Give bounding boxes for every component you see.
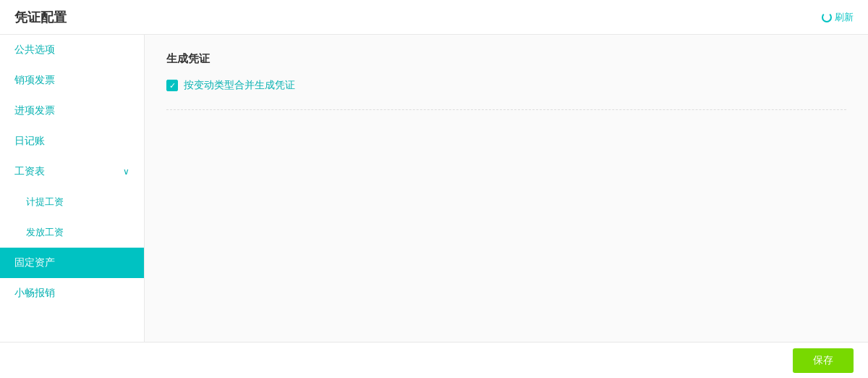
checkbox-label: 按变动类型合并生成凭证 xyxy=(184,79,295,92)
header: 凭证配置 刷新 xyxy=(0,0,868,35)
sidebar-item-label: 进项发票 xyxy=(14,104,55,117)
sidebar-item-label: 固定资产 xyxy=(14,256,55,269)
save-button[interactable]: 保存 xyxy=(793,348,854,373)
sidebar-item-label: 公共选项 xyxy=(14,43,55,56)
sidebar-item-purchase-invoice[interactable]: 进项发票 xyxy=(0,96,144,126)
sidebar-item-sales-invoice[interactable]: 销项发票 xyxy=(0,65,144,96)
sidebar-item-payroll-calc[interactable]: 计提工资 xyxy=(0,187,144,217)
sidebar-item-label: 日记账 xyxy=(14,135,45,148)
sidebar-item-label: 销项发票 xyxy=(14,74,55,87)
main-content: 生成凭证 按变动类型合并生成凭证 xyxy=(145,35,868,342)
refresh-button[interactable]: 刷新 xyxy=(822,11,854,24)
refresh-icon xyxy=(822,12,832,22)
sidebar: 公共选项销项发票进项发票日记账工资表∨计提工资发放工资固定资产小畅报销 xyxy=(0,35,145,342)
body: 公共选项销项发票进项发票日记账工资表∨计提工资发放工资固定资产小畅报销 生成凭证… xyxy=(0,35,868,342)
chevron-down-icon: ∨ xyxy=(123,167,129,177)
sidebar-item-journal[interactable]: 日记账 xyxy=(0,126,144,156)
sidebar-item-fixed-assets[interactable]: 固定资产 xyxy=(0,248,144,278)
sidebar-item-label: 小畅报销 xyxy=(14,287,55,300)
section-title: 生成凭证 xyxy=(166,52,846,66)
divider xyxy=(166,109,846,110)
sidebar-item-payroll-pay[interactable]: 发放工资 xyxy=(0,217,144,248)
sidebar-item-label: 发放工资 xyxy=(26,226,64,239)
checkbox-row: 按变动类型合并生成凭证 xyxy=(166,79,846,92)
sidebar-item-expense-report[interactable]: 小畅报销 xyxy=(0,278,144,308)
sidebar-item-label: 工资表 xyxy=(14,165,45,178)
page-wrapper: 凭证配置 刷新 公共选项销项发票进项发票日记账工资表∨计提工资发放工资固定资产小… xyxy=(0,0,868,378)
refresh-label: 刷新 xyxy=(835,11,854,24)
sidebar-item-payroll-table[interactable]: 工资表∨ xyxy=(0,156,144,187)
sidebar-item-label: 计提工资 xyxy=(26,196,64,209)
footer: 保存 xyxy=(0,342,868,378)
page-title: 凭证配置 xyxy=(14,9,67,26)
merge-checkbox[interactable] xyxy=(166,80,178,91)
sidebar-item-public-options[interactable]: 公共选项 xyxy=(0,35,144,65)
